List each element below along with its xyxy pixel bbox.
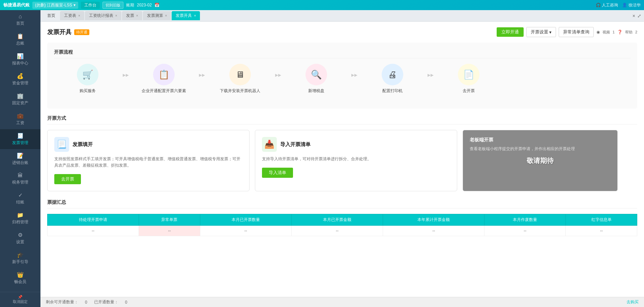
sidebar-bottom-pin[interactable]: 📌 取消固定	[0, 292, 40, 307]
help-icon[interactable]: ❓	[617, 30, 622, 34]
sidebar-item-发票管理[interactable]: 🧾发票管理	[0, 129, 40, 149]
sidebar-label: 归档管理	[12, 219, 28, 225]
summary-value-5: --	[485, 226, 566, 236]
sidebar-item-新手引导[interactable]: 🎓新手引导	[0, 248, 40, 268]
import-invoice-desc: 支持导入待开票清单，可对待开票清单进行拆分、合并处理。	[262, 156, 450, 162]
sidebar-item-设置[interactable]: ⚙设置	[0, 228, 40, 248]
sidebar-icon: 📊	[17, 53, 24, 59]
tab-label: 工资表	[64, 13, 76, 19]
content-area: 首页工资表×工资统计报表×发票×发票测算×发票开具× × ⤢ 发票开具 待开通 …	[40, 10, 644, 307]
tab-发票[interactable]: 发票×	[122, 11, 142, 20]
views-label: 视频	[603, 30, 610, 35]
page-header-left: 发票开具 待开通	[47, 28, 89, 36]
flow-arrow-2: ▸▸	[275, 71, 281, 79]
tab-close-icon[interactable]: ×	[78, 14, 80, 18]
tab-发票测算[interactable]: 发票测算×	[143, 11, 171, 20]
brand-logo: 畅捷通易代账	[3, 2, 30, 8]
status-badge: 待开通	[74, 29, 89, 35]
flow-step-icon: 📄	[458, 64, 479, 85]
consultant-button[interactable]: 🎧 人工咨询	[596, 2, 618, 8]
tab-close-icon[interactable]: ×	[115, 14, 117, 18]
tab-label: 发票	[126, 13, 134, 19]
summary-value-0: --	[48, 226, 139, 236]
tab-close-icon[interactable]: ×	[165, 14, 167, 18]
page-content: 发票开具 待开通 立即开通 开票设置 ▾ 异常清单查询 ◉ 视频 1 ❓ 帮助 …	[40, 22, 644, 297]
invoice-fill-desc: 支持按照发票样式手工填开发票；可开具增值税电子普通发票、增值税普通发票、增值税专…	[54, 156, 242, 169]
open-now-button[interactable]: 立即开通	[497, 27, 524, 37]
sidebar-item-税务管理[interactable]: 🏛税务管理	[0, 169, 40, 189]
sidebar-item-报表中心[interactable]: 📊报表中心	[0, 50, 40, 69]
calendar-icon[interactable]: 📅	[154, 3, 159, 7]
view-icon[interactable]: ◉	[596, 30, 600, 34]
sidebar-unpin-label: 取消固定	[13, 299, 28, 304]
app-body: ⌂首页📋总账📊报表中心💰资金管理🏢固定资产💼工资🧾发票管理📝进销台账🏛税务管理✓…	[0, 10, 644, 307]
tab-label: 工资统计报表	[89, 13, 113, 19]
settings-dropdown-icon: ▾	[549, 30, 552, 35]
flow-step-icon: 🖥	[229, 64, 251, 85]
abnormal-query-button[interactable]: 异常清单查询	[559, 27, 594, 37]
summary-value-4: --	[383, 226, 485, 236]
remaining-label: 剩余可开通数量：	[46, 299, 78, 305]
invoice-fill-button[interactable]: 去开票	[54, 174, 81, 184]
import-invoice-header: 📥 导入开票清单	[262, 137, 450, 152]
sidebar-item-归档管理[interactable]: 📁归档管理	[0, 208, 40, 228]
tab-close-icon[interactable]: ×	[194, 14, 196, 18]
invoice-fill-icon: 📃	[54, 137, 69, 152]
flow-step-4: 🖨 配置打印机	[359, 64, 426, 94]
sidebar-item-总账[interactable]: 📋总账	[0, 30, 40, 50]
sidebar-icon: 📁	[17, 212, 24, 218]
restore-window-icon[interactable]: ⤢	[637, 13, 641, 19]
methods-container: 📃 发票填开 支持按照发票样式手工填开发票；可开具增值税电子普通发票、增值税普通…	[47, 130, 637, 191]
sidebar-icon: ⚙	[18, 232, 23, 238]
sidebar-item-畅会员[interactable]: 👑畅会员	[0, 268, 40, 288]
import-invoice-card: 📥 导入开票清单 支持导入待开票清单，可对待开票清单进行拆分、合并处理。 导入清…	[255, 130, 457, 191]
import-invoice-button[interactable]: 导入清单	[262, 168, 293, 178]
sidebar-item-资金管理[interactable]: 💰资金管理	[0, 69, 40, 89]
flow-step-5: 📄 去开票	[435, 64, 502, 94]
tab-工资统计报表[interactable]: 工资统计报表×	[85, 11, 121, 20]
open-settings-button[interactable]: 开票设置 ▾	[526, 27, 556, 37]
sidebar-icon: 📝	[17, 152, 24, 159]
tab-close-icon[interactable]: ×	[136, 14, 138, 18]
methods-section-title: 开票方式	[47, 115, 637, 124]
invoice-fill-header: 📃 发票填开	[54, 137, 242, 152]
sidebar-icon: 🧾	[17, 133, 24, 139]
import-invoice-title: 导入开票清单	[280, 141, 311, 148]
headset-icon: 🎧	[596, 3, 601, 7]
opened-label: 已开通数量：	[94, 299, 118, 305]
company-selector[interactable]: (勿删) 江西服室-LSS ▾	[32, 2, 78, 9]
summary-col-3: 本月已开票金额	[291, 214, 383, 226]
flow-step-2: 🖥 下载并安装开票机器人	[206, 64, 274, 94]
consultant-label: 人工咨询	[602, 2, 618, 8]
workspace-button[interactable]: 工作台	[81, 2, 100, 9]
summary-table: 待处理开票申请异常单票本月已开票数量本月已开票金额本年累计开票金额本月作废数量红…	[47, 214, 637, 236]
flow-step-label: 去开票	[463, 88, 475, 94]
buy-link[interactable]: 去购买	[626, 299, 639, 305]
tab-首页[interactable]: 首页	[43, 11, 59, 20]
flow-step-0: 🛒 购买服务	[54, 64, 121, 94]
page-header: 发票开具 待开通 立即开通 开票设置 ▾ 异常清单查询 ◉ 视频 1 ❓ 帮助 …	[47, 27, 637, 37]
sidebar-icon: 👑	[17, 272, 24, 278]
user-info[interactable]: 👤 徐洁华	[622, 2, 641, 8]
sidebar-label: 资金管理	[12, 80, 28, 86]
sidebar-label: 新手引导	[12, 259, 28, 265]
old-platform-title: 老板端开票	[470, 137, 611, 143]
tab-label: 首页	[47, 13, 55, 19]
sidebar-item-首页[interactable]: ⌂首页	[0, 10, 40, 30]
sidebar-item-固定资产[interactable]: 🏢固定资产	[0, 89, 40, 109]
flow-step-icon: 📋	[153, 64, 175, 85]
tab-label: 发票测算	[147, 13, 163, 19]
sidebar-item-进销台账[interactable]: 📝进销台账	[0, 149, 40, 169]
sidebar-item-结账[interactable]: ✓结账	[0, 189, 40, 208]
flow-step-icon: 🛒	[77, 64, 98, 85]
switch-old-button[interactable]: 切到旧版	[103, 2, 123, 9]
close-window-icon[interactable]: ×	[633, 13, 635, 19]
sidebar-icon: 💰	[17, 73, 24, 79]
remaining-value: 0	[85, 300, 87, 305]
tab-发票开具[interactable]: 发票开具×	[172, 11, 200, 20]
sidebar-label: 税务管理	[12, 179, 28, 185]
sidebar-icon: 📋	[17, 33, 24, 39]
summary-value-2: --	[200, 226, 291, 236]
tab-工资表[interactable]: 工资表×	[60, 11, 84, 20]
sidebar-item-工资[interactable]: 💼工资	[0, 109, 40, 129]
